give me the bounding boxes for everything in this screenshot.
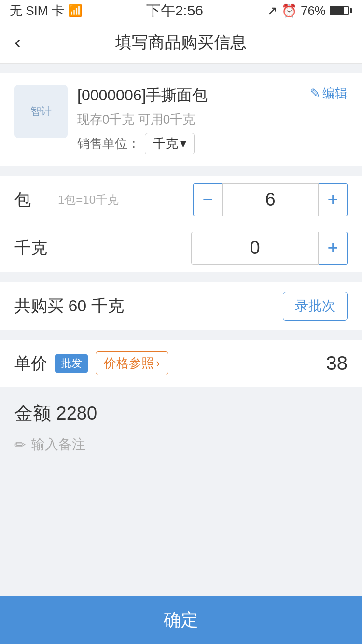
price-ref-arrow: › <box>156 356 160 371</box>
kg-quantity-row: 千克 + <box>0 224 362 272</box>
product-stock: 现存0千克 可用0千克 <box>77 111 348 128</box>
page-title: 填写商品购买信息 <box>115 31 247 54</box>
divider-3 <box>0 330 362 340</box>
bag-decrement-button[interactable]: − <box>193 183 222 216</box>
status-left: 无 SIM 卡 📶 <box>10 2 83 19</box>
total-unit: 千克 <box>91 296 124 315</box>
bag-label: 包 <box>14 189 53 211</box>
bag-quantity-row: 包 1包=10千克 − + <box>0 176 362 224</box>
status-right: ↗ ⏰ 76% <box>267 3 352 18</box>
amount-label: 金额 <box>14 403 51 423</box>
carrier-label: 无 SIM 卡 <box>10 2 64 19</box>
location-icon: ↗ <box>267 3 278 18</box>
chevron-down-icon: ▾ <box>180 136 186 151</box>
confirm-button[interactable]: 确定 <box>0 596 362 644</box>
total-amount: 60 <box>68 296 86 315</box>
remark-label: 输入备注 <box>31 435 85 454</box>
price-section: 单价 批发 价格参照 › 38 <box>0 340 362 387</box>
product-card: 智计 [0000006]手撕面包 ✎ 编辑 现存0千克 可用0千克 销售单位： … <box>0 73 362 166</box>
price-reference-button[interactable]: 价格参照 › <box>96 351 168 375</box>
kg-quantity-controls: + <box>191 232 348 265</box>
unit-select[interactable]: 千克 ▾ <box>145 133 195 154</box>
price-row: 单价 批发 价格参照 › 38 <box>14 351 348 375</box>
nav-bar: ‹ 填写商品购买信息 <box>0 21 362 64</box>
status-time: 下午2:56 <box>146 1 203 21</box>
back-button[interactable]: ‹ <box>14 31 21 53</box>
battery-percent: 76% <box>301 3 326 18</box>
price-value: 38 <box>326 352 348 374</box>
price-ref-label: 价格参照 <box>104 355 154 372</box>
batch-button[interactable]: 录批次 <box>283 292 348 321</box>
alarm-icon: ⏰ <box>281 3 297 18</box>
unit-label: 销售单位： <box>77 135 140 152</box>
price-tag-badge: 批发 <box>55 354 88 373</box>
remark-icon: ✏ <box>14 437 26 453</box>
edit-button[interactable]: ✎ 编辑 <box>310 85 348 102</box>
remark-row[interactable]: ✏ 输入备注 <box>14 435 348 454</box>
edit-label: 编辑 <box>322 85 348 102</box>
unit-value: 千克 <box>153 135 178 152</box>
amount-value: 2280 <box>56 403 97 423</box>
status-bar: 无 SIM 卡 📶 下午2:56 ↗ ⏰ 76% <box>0 0 362 21</box>
divider-2 <box>0 272 362 282</box>
bag-quantity-controls: − + <box>193 183 348 216</box>
bag-sublabel: 1包=10千克 <box>58 192 119 208</box>
product-thumbnail: 智计 <box>14 85 68 138</box>
kg-label: 千克 <box>14 237 53 259</box>
edit-icon: ✎ <box>310 86 320 101</box>
wifi-icon: 📶 <box>68 4 83 17</box>
product-header: [0000006]手撕面包 ✎ 编辑 <box>77 85 348 106</box>
total-label: 共购买 60 千克 <box>14 295 283 317</box>
product-unit-row: 销售单位： 千克 ▾ <box>77 133 348 154</box>
product-logo-text: 智计 <box>30 104 52 119</box>
battery-indicator <box>330 6 352 15</box>
product-name: [0000006]手撕面包 <box>77 85 208 106</box>
product-info: [0000006]手撕面包 ✎ 编辑 现存0千克 可用0千克 销售单位： 千克 … <box>77 85 348 154</box>
kg-increment-button[interactable]: + <box>319 232 348 265</box>
amount-row: 金额 2280 <box>14 401 348 426</box>
bag-increment-button[interactable]: + <box>319 183 348 216</box>
divider-1 <box>0 166 362 176</box>
bag-quantity-input[interactable] <box>222 183 319 216</box>
total-row: 共购买 60 千克 录批次 <box>0 282 362 330</box>
total-label-text: 共购买 <box>14 296 64 315</box>
amount-section: 金额 2280 ✏ 输入备注 <box>0 387 362 463</box>
price-label: 单价 <box>14 352 47 375</box>
kg-quantity-input[interactable] <box>191 232 319 265</box>
